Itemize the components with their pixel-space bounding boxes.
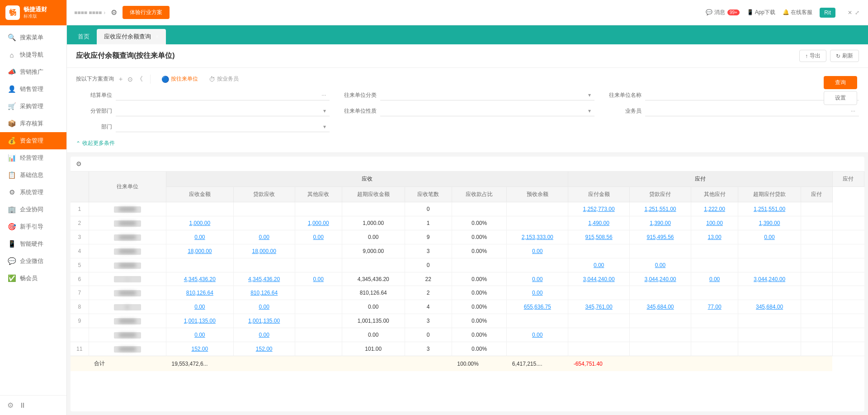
unit-category-select[interactable]: ▾ (380, 90, 594, 100)
sidebar: 畅 畅捷通财 标准版 🔍搜索菜单⌂快捷导航📣营销推广👤销售管理🛒采购管理📦库存核… (0, 0, 67, 415)
col-unit-header: 往来单位 (89, 172, 166, 202)
footer-ar-ratio: 100.00% (452, 356, 506, 372)
table-body: 1■■■■■■01,252,773.001,251,551.001,222.00… (71, 202, 864, 356)
unit-cell: ■■■■■■ (89, 258, 166, 272)
sidebar-item-capital[interactable]: 💰资金管理 (0, 132, 66, 149)
tab-home[interactable]: 首页 (71, 29, 97, 44)
user-avatar[interactable]: Rit (820, 8, 835, 18)
footer-ap-amount[interactable]: -654,751.40 (568, 356, 630, 372)
filter-dept-manager: 分管部门 ▾ (76, 106, 330, 116)
unit-nature-select[interactable]: ▾ (380, 106, 594, 116)
salesperson-dots[interactable]: ··· (851, 108, 855, 114)
settlement-unit-dots[interactable]: ··· (321, 92, 326, 98)
col-ap-overdue-header: 超期应付贷款 (738, 187, 801, 202)
breadcrumb: ■■■■ ■■■■ › (74, 10, 105, 16)
dept-manager-select[interactable]: ▾ (116, 106, 330, 116)
sidebar-item-label-hardware: 智能硬件 (20, 240, 43, 248)
search-icon: 🔍 (7, 33, 16, 42)
enterprise-icon: 🏢 (7, 205, 16, 214)
filter-scheme-by-staff[interactable]: ⏱ 按业务员 (205, 73, 242, 85)
table-group-header-row: 往来单位 应收 应付 应付 (71, 172, 864, 187)
scheme-by-unit-label: 按往来单位 (171, 75, 198, 83)
filter-add-btn[interactable]: ＋ (118, 75, 124, 83)
marketing-icon: 📣 (7, 68, 16, 76)
sidebar-item-purchase[interactable]: 🛒采购管理 (0, 98, 66, 115)
sidebar-item-sales[interactable]: 👤销售管理 (0, 81, 66, 98)
online-support-btn[interactable]: 🔔 在线客服 (783, 9, 812, 16)
notifications-btn[interactable]: 💬 消息 99+ (706, 9, 740, 16)
filter-arrow-btn[interactable]: 《 (137, 75, 143, 83)
main-area: ■■■■ ■■■■ › ⚙ 体验行业方案 💬 消息 99+ 📱 App下载 🔔 … (67, 0, 868, 415)
filter-settings-icon[interactable]: ⊙ (127, 76, 133, 83)
col-ar-other-header: 其他应收 (295, 187, 342, 202)
sidebar-item-label-marketing: 营销推广 (20, 68, 43, 76)
col-ar-prepay-header: 预收余额 (507, 187, 568, 202)
system-icon: ⚙ (7, 188, 16, 196)
sidebar-item-label-search: 搜索菜单 (20, 33, 43, 42)
unit-cell: ■■■■■■ (89, 342, 166, 356)
dept-select[interactable]: ▾ (116, 122, 330, 132)
sidebar-item-label-member: 畅会员 (20, 274, 38, 282)
close-window-btn[interactable]: ✕ (846, 9, 854, 16)
table-row: 1■■■■■■01,252,773.001,251,551.001,222.00… (71, 202, 864, 216)
footer-ap-other (691, 356, 738, 372)
footer-ar-amount[interactable]: 19,553,472,6... (166, 356, 233, 372)
sidebar-item-system[interactable]: ⚙系统管理 (0, 184, 66, 201)
table-settings-icon[interactable]: ⚙ (76, 160, 82, 167)
unit-cell: ～ (89, 272, 166, 286)
solution-btn[interactable]: 体验行业方案 (123, 6, 170, 19)
table-row: 2■■■■■■1,000.001,000.001,000.0010.00%1,4… (71, 216, 864, 230)
footer-ap-loan (630, 356, 691, 372)
filter-area: 按以下方案查询 ＋ ⊙ 《 🔵 按往来单位 ⏱ 按业务员 (67, 68, 868, 153)
hardware-icon: 📱 (7, 240, 16, 248)
sidebar-item-label-operation: 经营管理 (20, 154, 43, 162)
filter-label: 按以下方案查询 (76, 75, 114, 83)
table-row: 11■■■■■■152.00152.00101.0030.00% (71, 342, 864, 356)
sidebar-item-search[interactable]: 🔍搜索菜单 (0, 29, 66, 46)
top-settings-icon[interactable]: ⚙ (111, 8, 117, 17)
capital-icon: 💰 (7, 137, 16, 145)
sidebar-item-guide[interactable]: 🎯新手引导 (0, 218, 66, 235)
dept-arrow-icon: ▾ (323, 124, 326, 130)
sidebar-item-quick-nav[interactable]: ⌂快捷导航 (0, 46, 66, 63)
sidebar-item-member[interactable]: ✅畅会员 (0, 270, 66, 287)
logo-sub: 标准版 (24, 13, 47, 19)
content-area: 应收应付余额查询(按往来单位) ↑ 导出 ↻ 刷新 按以下方案查询 ＋ (67, 44, 868, 415)
quick-nav-icon: ⌂ (7, 51, 16, 59)
basic-icon: 📋 (7, 171, 16, 179)
main-table: 往来单位 应收 应付 应付 应收金额 贷款应收 其他应收 超期应收金额 应收笔数 (71, 172, 864, 371)
settings-page-btn[interactable]: 设置 (824, 91, 857, 105)
sidebar-item-enterprise[interactable]: 🏢企业协同 (0, 201, 66, 218)
filter-unit-nature: 往来单位性质 ▾ (340, 106, 594, 116)
app-download-btn[interactable]: 📱 App下载 (747, 9, 775, 16)
app-logo: 畅 畅捷通财 标准版 (0, 0, 66, 25)
sidebar-item-basic[interactable]: 📋基础信息 (0, 167, 66, 184)
unit-cell: ■■■■■■ (89, 230, 166, 244)
tab-close-btn[interactable]: × (156, 33, 159, 40)
maximize-window-btn[interactable]: ⤢ (854, 9, 861, 16)
collapse-more-btn[interactable]: ⌃ 收起更多条件 (76, 139, 115, 147)
collapse-sidebar-btn[interactable]: ⏸ (19, 401, 26, 410)
footer-ar-prepay[interactable]: 6,417,215.... (507, 356, 568, 372)
guide-icon: 🎯 (7, 223, 16, 231)
sidebar-item-hardware[interactable]: 📱智能硬件 (0, 235, 66, 253)
sidebar-item-wechat[interactable]: 💬企业微信 (0, 253, 66, 270)
sidebar-item-marketing[interactable]: 📣营销推广 (0, 63, 66, 81)
filter-dept: 部门 ▾ (76, 122, 330, 132)
settings-footer-icon[interactable]: ⚙ (7, 401, 14, 410)
member-icon: ✅ (7, 274, 16, 282)
tab-ar-ap[interactable]: 应收应付余额查询 × (97, 29, 166, 44)
col-ar-loan-header: 贷款应收 (233, 187, 295, 202)
sidebar-item-operation[interactable]: 📊经营管理 (0, 149, 66, 167)
sidebar-footer: ⚙ ⏸ (0, 395, 66, 415)
query-btn[interactable]: 查询 (824, 76, 857, 89)
sidebar-item-inventory[interactable]: 📦库存核算 (0, 115, 66, 132)
footer-ap-suffix (801, 356, 832, 372)
table-col-header-row: 应收金额 贷款应收 其他应收 超期应收金额 应收笔数 应收款占比 预收余额 应付… (71, 187, 864, 202)
refresh-icon: ↻ (836, 53, 840, 59)
group-ar-header: 应收 (166, 172, 568, 187)
refresh-btn[interactable]: ↻ 刷新 (830, 50, 859, 62)
top-bar: ■■■■ ■■■■ › ⚙ 体验行业方案 💬 消息 99+ 📱 App下载 🔔 … (67, 0, 868, 25)
filter-scheme-by-unit[interactable]: 🔵 按往来单位 (158, 73, 202, 85)
export-btn[interactable]: ↑ 导出 (799, 50, 826, 62)
